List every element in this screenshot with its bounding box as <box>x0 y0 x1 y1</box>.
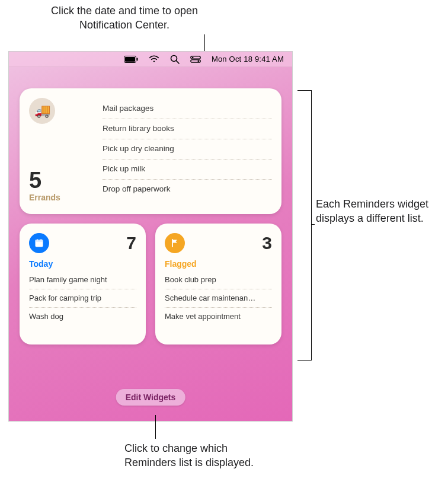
truck-icon: 🚚 <box>29 98 55 124</box>
callout-right: Each Reminders widget displays a differe… <box>316 197 440 226</box>
widget-header: 3 <box>165 233 272 253</box>
reminder-item: Book club prep <box>165 271 272 289</box>
errands-count: 5 <box>29 169 92 192</box>
reminder-item: Pick up dry cleaning <box>103 139 272 160</box>
reminder-item: Wash dog <box>29 308 136 326</box>
control-center-icon[interactable] <box>190 56 201 63</box>
notification-center-panel: Mon Oct 18 9:41 AM 🚚 5 Errands Mail pack… <box>8 51 293 422</box>
callout-top: Click the date and time to open Notifica… <box>30 4 219 33</box>
svg-rect-11 <box>37 239 38 241</box>
widget-left-column: 🚚 5 Errands <box>29 98 92 206</box>
reminders-widget-errands[interactable]: 🚚 5 Errands Mail packages Return library… <box>20 88 281 214</box>
widgets-area: 🚚 5 Errands Mail packages Return library… <box>9 67 292 344</box>
callout-bracket-tick <box>312 224 315 225</box>
reminder-item: Schedule car maintenan… <box>165 289 272 308</box>
widget-header: 7 <box>29 233 136 253</box>
reminders-widget-flagged[interactable]: 3 Flagged Book club prep Schedule car ma… <box>155 224 281 344</box>
svg-rect-1 <box>125 57 135 62</box>
svg-rect-10 <box>36 240 43 242</box>
errands-list-name: Errands <box>29 193 92 202</box>
edit-widgets-button[interactable]: Edit Widgets <box>116 389 185 406</box>
widget-items-column: Mail packages Return library books Pick … <box>103 98 272 206</box>
today-count: 7 <box>126 233 136 253</box>
svg-rect-12 <box>40 239 41 241</box>
reminder-item: Drop off paperwork <box>103 180 272 199</box>
flag-icon <box>165 233 185 253</box>
reminders-widget-today[interactable]: 7 Today Plan family game night Pack for … <box>20 224 146 344</box>
reminder-item: Pack for camping trip <box>29 289 136 308</box>
small-widgets-row: 7 Today Plan family game night Pack for … <box>20 224 281 344</box>
svg-rect-2 <box>136 58 137 60</box>
callout-leader-line <box>155 415 156 439</box>
flagged-list-name: Flagged <box>165 259 272 269</box>
reminder-item: Mail packages <box>103 99 272 119</box>
svg-point-8 <box>197 60 199 62</box>
spotlight-search-icon[interactable] <box>170 55 180 64</box>
svg-line-4 <box>176 60 179 63</box>
reminder-item: Pick up milk <box>103 160 272 180</box>
battery-icon[interactable] <box>124 56 138 63</box>
callout-leader-line <box>204 34 205 51</box>
callout-bracket <box>297 90 312 361</box>
reminder-item: Plan family game night <box>29 271 136 289</box>
callout-bottom: Click to change which Reminders list is … <box>124 441 261 470</box>
reminder-item: Return library books <box>103 119 272 139</box>
today-icon <box>29 233 49 253</box>
menu-bar: Mon Oct 18 9:41 AM <box>9 52 292 67</box>
today-list-name: Today <box>29 259 136 269</box>
svg-point-6 <box>192 56 194 58</box>
wifi-icon[interactable] <box>149 55 159 63</box>
reminder-item: Make vet appointment <box>165 308 272 326</box>
menu-bar-datetime[interactable]: Mon Oct 18 9:41 AM <box>212 55 284 63</box>
flagged-count: 3 <box>262 233 272 253</box>
